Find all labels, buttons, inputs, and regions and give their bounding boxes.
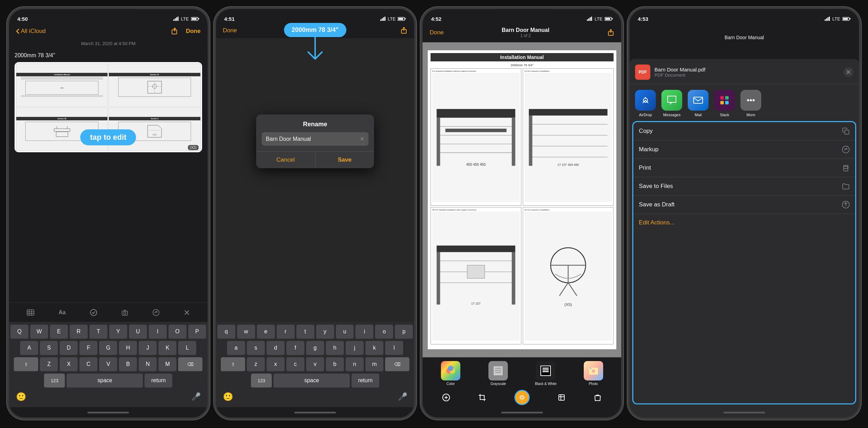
done-btn-3[interactable]: Done [429, 29, 444, 36]
key-c2[interactable]: c [286, 357, 304, 372]
done-button[interactable]: Done [186, 28, 201, 35]
key-l[interactable]: L [178, 341, 196, 356]
key-o[interactable]: O [168, 325, 186, 339]
mic-icon[interactable]: 🎤 [191, 392, 201, 401]
key-m2[interactable]: m [365, 357, 383, 372]
save-button[interactable]: Save [315, 152, 374, 168]
clear-input-icon[interactable]: ✕ [360, 136, 364, 142]
done-btn-2[interactable]: Done [223, 27, 237, 34]
key-shift[interactable]: ⇧ [14, 357, 38, 372]
mic-icon-2[interactable]: 🎤 [398, 392, 407, 401]
filter-color[interactable]: Color [428, 361, 473, 386]
table-icon[interactable] [27, 309, 34, 316]
share-app-messages[interactable]: Messages [661, 90, 682, 117]
key-d2[interactable]: d [267, 341, 285, 356]
key-i[interactable]: I [149, 325, 167, 339]
share-close-button[interactable]: ✕ [844, 67, 853, 77]
resize-icon[interactable] [558, 394, 565, 401]
key-l2[interactable]: l [385, 341, 403, 356]
key-y2[interactable]: y [316, 325, 334, 339]
key-c[interactable]: C [79, 357, 97, 372]
markup-icon[interactable] [153, 309, 159, 316]
key-t[interactable]: T [89, 325, 107, 339]
key-j[interactable]: J [139, 341, 157, 356]
key-e[interactable]: E [50, 325, 68, 339]
rename-input-field[interactable] [266, 136, 360, 142]
key-n[interactable]: N [139, 357, 157, 372]
key-v2[interactable]: v [306, 357, 324, 372]
key-n2[interactable]: n [346, 357, 364, 372]
key-j2[interactable]: j [346, 341, 364, 356]
share-app-slack[interactable]: Slack [714, 90, 735, 117]
key-w[interactable]: W [30, 325, 48, 339]
key-h2[interactable]: h [326, 341, 344, 356]
filter-photo[interactable]: Photo [571, 361, 616, 386]
back-button[interactable]: All iCloud [16, 28, 46, 35]
emoji-icon[interactable]: 🙂 [16, 392, 26, 402]
action-markup[interactable]: Markup [633, 140, 855, 159]
key-z[interactable]: Z [40, 357, 58, 372]
key-return-2[interactable]: return [351, 374, 379, 388]
key-123[interactable]: 123 [44, 374, 65, 388]
key-d[interactable]: D [60, 341, 78, 356]
key-z2[interactable]: z [247, 357, 265, 372]
key-v[interactable]: V [99, 357, 117, 372]
key-return[interactable]: return [145, 374, 172, 388]
key-w2[interactable]: w [237, 325, 255, 339]
action-copy[interactable]: Copy [633, 122, 855, 140]
share-icon-3[interactable] [607, 29, 614, 36]
key-123-2[interactable]: 123 [251, 374, 272, 388]
tap-to-edit-badge[interactable]: tap to edit [80, 129, 136, 145]
key-delete[interactable]: ⌫ [178, 357, 202, 372]
camera-icon[interactable] [121, 309, 128, 316]
key-m[interactable]: M [158, 357, 176, 372]
action-save-files[interactable]: Save to Files [633, 177, 855, 196]
key-s2[interactable]: s [247, 341, 265, 356]
filter-bw[interactable]: Black & White [523, 361, 568, 386]
key-b[interactable]: B [119, 357, 137, 372]
key-g2[interactable]: g [306, 341, 324, 356]
key-x[interactable]: X [60, 357, 78, 372]
key-f[interactable]: F [79, 341, 97, 356]
crop-icon[interactable] [478, 394, 486, 401]
key-space[interactable]: space [67, 374, 143, 388]
key-delete2[interactable]: ⌫ [385, 357, 409, 372]
note-attachment[interactable]: Installation Manual ⊟⊟⊟ Section 1A [15, 62, 202, 152]
action-print[interactable]: Print [633, 159, 855, 177]
key-a[interactable]: A [20, 341, 38, 356]
font-icon[interactable]: Aa [59, 309, 66, 316]
action-save-draft[interactable]: Save as Draft [633, 196, 855, 214]
key-r2[interactable]: r [277, 325, 295, 339]
share-icon[interactable] [171, 27, 179, 35]
share-app-airdrop[interactable]: AirDrop [635, 90, 656, 117]
filter-grayscale[interactable]: Grayscale [476, 361, 521, 386]
trash-icon-3[interactable] [594, 394, 601, 401]
key-space-2[interactable]: space [274, 374, 350, 388]
key-y[interactable]: Y [109, 325, 127, 339]
share-app-mail[interactable]: Mail [688, 90, 709, 117]
key-q2[interactable]: q [217, 325, 235, 339]
key-h[interactable]: H [119, 341, 137, 356]
key-k2[interactable]: k [365, 341, 383, 356]
share-app-more[interactable]: More [740, 90, 761, 117]
key-x2[interactable]: x [267, 357, 285, 372]
key-o2[interactable]: o [375, 325, 393, 339]
key-i2[interactable]: i [355, 325, 373, 339]
check-icon[interactable] [90, 309, 97, 316]
key-u[interactable]: U [129, 325, 147, 339]
emoji-icon-2[interactable]: 🙂 [223, 392, 233, 402]
key-s[interactable]: S [40, 341, 58, 356]
key-q[interactable]: Q [10, 325, 28, 339]
key-u2[interactable]: u [336, 325, 354, 339]
key-e2[interactable]: e [257, 325, 275, 339]
key-k[interactable]: K [158, 341, 176, 356]
action-edit-actions[interactable]: Edit Actions... [633, 214, 855, 231]
key-a2[interactable]: a [227, 341, 245, 356]
key-t2[interactable]: t [296, 325, 314, 339]
key-p[interactable]: P [188, 325, 206, 339]
key-f2[interactable]: f [286, 341, 304, 356]
key-g[interactable]: G [99, 341, 117, 356]
active-filter-button[interactable] [514, 390, 530, 405]
share-icon-2[interactable] [400, 27, 407, 34]
key-shift2[interactable]: ⇧ [221, 357, 245, 372]
